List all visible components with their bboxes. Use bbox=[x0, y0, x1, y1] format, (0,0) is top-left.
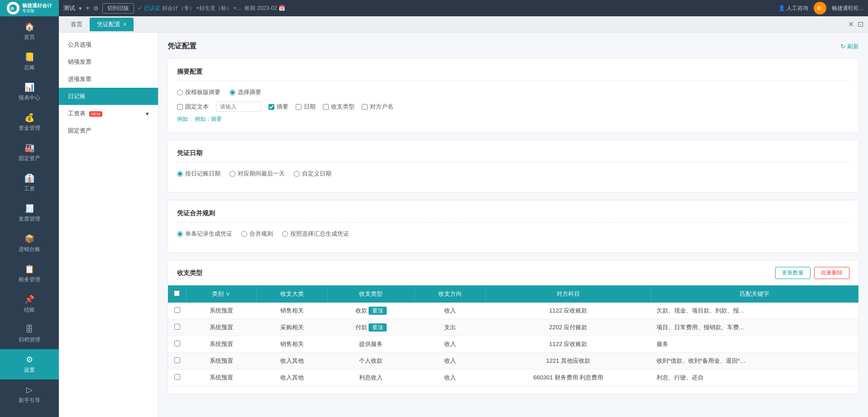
sidebar-item-vip[interactable]: ♕ 畅会员 bbox=[0, 410, 59, 417]
sidebar-item-fixed-assets[interactable]: 🏭 固定资产 bbox=[0, 137, 59, 168]
merge-rule-radio-group: 单条记录生成凭证 合并规则 按照选择汇总生成凭证 bbox=[177, 230, 849, 238]
counterpart-checkbox[interactable]: 对方户名 bbox=[362, 103, 393, 111]
table-header-account: 对方科目 bbox=[486, 285, 651, 303]
table-header-keywords: 匹配关键字 bbox=[651, 285, 858, 303]
row-checkbox[interactable] bbox=[168, 353, 186, 370]
fixed-text-input[interactable] bbox=[216, 102, 261, 112]
radio-select[interactable]: 选择摘要 bbox=[230, 88, 261, 96]
row-category: 系统预置 bbox=[186, 319, 256, 336]
radio-total[interactable]: 按照选择汇总生成凭证 bbox=[282, 230, 349, 238]
sidebar-item-label: 报表中心 bbox=[19, 94, 40, 102]
vip-icon: ♕ bbox=[26, 415, 33, 417]
row-sub-type: 利息收入 bbox=[328, 370, 414, 386]
sidebar-item-ledger[interactable]: 📒 总账 bbox=[0, 47, 59, 77]
row-category: 系统预置 bbox=[186, 353, 256, 370]
tab-voucher-config[interactable]: 凭证配置 × bbox=[90, 18, 134, 31]
table-header-sub-type: 收支类型 bbox=[328, 285, 414, 303]
left-panel-item-sales-invoice[interactable]: 销项发票 bbox=[59, 53, 158, 71]
income-type-checkbox[interactable]: 收支类型 bbox=[323, 103, 355, 111]
row-checkbox[interactable] bbox=[168, 303, 186, 319]
close-window-btn[interactable]: ✕ bbox=[848, 20, 854, 28]
left-panel-item-fixed-assets-sub[interactable]: 固定资产 bbox=[59, 122, 158, 139]
left-panel-item-public[interactable]: 公共选项 bbox=[59, 36, 158, 53]
radio-template[interactable]: 按模板版摘要 bbox=[177, 88, 221, 96]
chongding-tag[interactable]: 重顶 bbox=[369, 307, 387, 315]
income-expense-title: 收支类型 bbox=[177, 269, 202, 277]
switch-old-btn[interactable]: 切到旧版 bbox=[102, 3, 134, 14]
settings-icon[interactable]: ⚙ bbox=[93, 5, 99, 12]
sidebar-item-label: 新手引导 bbox=[19, 397, 40, 404]
dropdown-arrow-icon[interactable]: ▾ bbox=[79, 5, 82, 12]
archive-icon: 🗄 bbox=[25, 325, 34, 334]
row-account: 1122 应收账款 bbox=[486, 336, 651, 353]
tags-label: 好会计（专） +好生意（标） +... bbox=[162, 5, 241, 12]
sidebar-item-close[interactable]: 📌 结账 bbox=[0, 289, 59, 319]
sidebar-item-guide[interactable]: ▷ 新手引导 bbox=[0, 379, 59, 410]
sidebar-item-archive[interactable]: 🗄 归档管理 bbox=[0, 319, 59, 349]
sidebar-item-invoice-mgmt[interactable]: 🧾 发票管理 bbox=[0, 198, 59, 228]
table-header-direction: 收支方向 bbox=[414, 285, 485, 303]
sidebar-item-label: 工资 bbox=[24, 185, 35, 193]
date-checkbox[interactable]: 日期 bbox=[296, 103, 316, 111]
income-expense-section: 收支类型 更新数量 批量删除 类别 ∨ bbox=[168, 260, 859, 394]
username-label[interactable]: 畅捷通旺旺... bbox=[832, 5, 863, 12]
row-account: 660301 财务费用 利息费用 bbox=[486, 370, 651, 386]
right-content: 凭证配置 ↻ 刷新 摘要配置 按模板版摘要 bbox=[158, 33, 868, 417]
batch-delete-btn[interactable]: 批量删除 bbox=[814, 267, 849, 279]
refresh-btn[interactable]: ↻ 刷新 bbox=[840, 43, 859, 51]
tab-home[interactable]: 首页 bbox=[63, 18, 90, 31]
fixed-text-checkbox[interactable]: 固定文本 bbox=[177, 103, 209, 111]
radio-custom-date[interactable]: 自定义日期 bbox=[294, 170, 331, 178]
avatar: 旺 bbox=[814, 2, 826, 14]
certified-tag: ✓ 已认证 bbox=[138, 5, 160, 12]
expand-icon: ▾ bbox=[146, 110, 149, 117]
add-icon[interactable]: + bbox=[86, 4, 90, 12]
sidebar-item-reports[interactable]: 📊 报表中心 bbox=[0, 77, 59, 107]
merge-rule-section: 凭证合并规则 单条记录生成凭证 合并规则 按照选择汇总生成凭证 bbox=[168, 200, 859, 253]
row-checkbox[interactable] bbox=[168, 370, 186, 386]
reports-icon: 📊 bbox=[24, 82, 34, 92]
sidebar-item-label: 固定资产 bbox=[19, 155, 40, 162]
row-category: 系统预置 bbox=[186, 336, 256, 353]
radio-single[interactable]: 单条记录生成凭证 bbox=[177, 230, 232, 238]
row-checkbox[interactable] bbox=[168, 319, 186, 336]
chongding-tag[interactable]: 重顶 bbox=[369, 323, 387, 332]
tab-close-icon[interactable]: × bbox=[123, 21, 126, 28]
radio-merge[interactable]: 合并规则 bbox=[241, 230, 273, 238]
radio-period-last[interactable]: 对应期间最后一天 bbox=[230, 170, 285, 178]
row-checkbox[interactable] bbox=[168, 336, 186, 353]
brand-logo: 会 畅捷通好会计 专业版 bbox=[0, 0, 59, 16]
summary-config-section: 摘要配置 按模板版摘要 选择摘要 bbox=[168, 58, 859, 133]
page-area: 公共选项 销项发票 进项发票 日记账 工资表 NEW ▾ bbox=[59, 33, 868, 417]
sidebar-item-settings[interactable]: ⚙ 设置 bbox=[0, 349, 59, 379]
voucher-date-radio-group: 按日记账日期 对应期间最后一天 自定义日期 bbox=[177, 170, 849, 178]
invoice-mgmt-icon: 🧾 bbox=[24, 204, 34, 213]
left-panel-item-purchase-invoice[interactable]: 进项发票 bbox=[59, 71, 158, 88]
sidebar-item-funds[interactable]: 💰 资金管理 bbox=[0, 107, 59, 137]
brand-icon: 会 bbox=[7, 2, 19, 14]
sidebar-item-label: 设置 bbox=[24, 366, 35, 374]
radio-journal-date[interactable]: 按日记账日期 bbox=[177, 170, 221, 178]
sidebar-item-purchase-sales[interactable]: 📦 进销台账 bbox=[0, 228, 59, 259]
sidebar: 🏠 首页 📒 总账 📊 报表中心 💰 资金管理 🏭 固定资产 👔 工资 🧾 发票… bbox=[0, 16, 59, 417]
sidebar-item-home[interactable]: 🏠 首页 bbox=[0, 16, 59, 47]
guide-icon: ▷ bbox=[26, 385, 33, 395]
voucher-date-title: 凭证日期 bbox=[177, 149, 849, 162]
summary-checkbox[interactable]: 摘要 bbox=[269, 103, 288, 111]
sidebar-item-tax[interactable]: 📋 税务管理 bbox=[0, 259, 59, 289]
top-bar: 会 畅捷通好会计 专业版 测试 ▾ + ⚙ 切到旧版 ✓ 已认证 好会计（专） … bbox=[0, 0, 868, 16]
new-badge: NEW bbox=[89, 111, 102, 117]
left-panel-item-journal[interactable]: 日记账 bbox=[59, 88, 158, 105]
income-expense-table: 类别 ∨ 收支大类 收支类型 收支方向 对方科目 匹配关键字 bbox=[168, 285, 858, 386]
home-icon: 🏠 bbox=[24, 22, 34, 32]
purchase-sales-icon: 📦 bbox=[24, 234, 34, 244]
consult-btn[interactable]: 👤 人工咨询 bbox=[778, 5, 808, 12]
sidebar-item-label: 首页 bbox=[24, 33, 35, 41]
salary-table-label: 工资表 NEW bbox=[68, 109, 102, 118]
update-count-btn[interactable]: 更新数量 bbox=[775, 267, 810, 279]
left-panel-item-salary-table[interactable]: 工资表 NEW ▾ bbox=[59, 105, 158, 122]
expand-window-btn[interactable]: ⊡ bbox=[858, 20, 863, 28]
calendar-icon[interactable]: 📅 bbox=[278, 5, 285, 11]
sidebar-item-salary[interactable]: 👔 工资 bbox=[0, 168, 59, 198]
table-header-checkbox[interactable] bbox=[168, 285, 186, 303]
